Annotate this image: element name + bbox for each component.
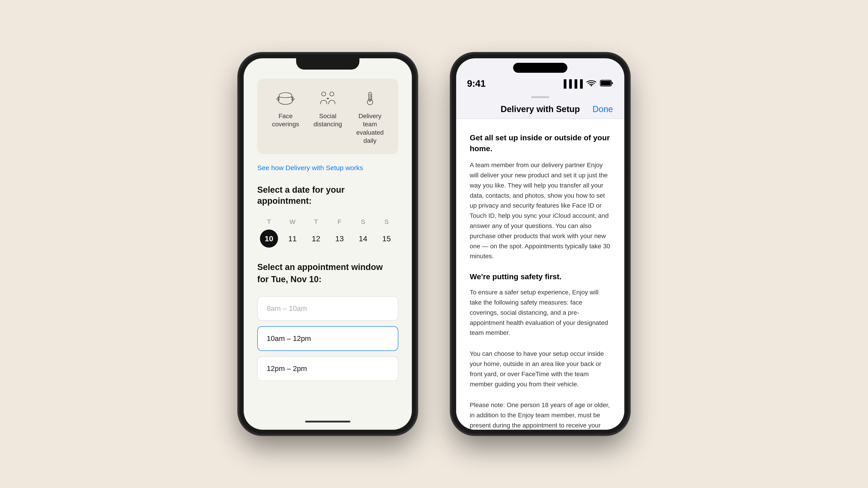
svg-rect-10	[601, 81, 611, 86]
cal-day-4[interactable]: S 14	[354, 218, 372, 248]
battery-icon	[600, 79, 614, 88]
phone-2-screen: 9:41 ▐▐▐▐	[456, 58, 624, 430]
phone-1-content: Face coverings	[244, 70, 412, 415]
cal-day-1[interactable]: W 11	[283, 218, 302, 248]
social-distancing-icon	[318, 90, 338, 107]
safety-card: Face coverings	[257, 78, 398, 154]
modal-section1-title: Get all set up inside or outside of your…	[470, 132, 611, 154]
calendar-row: T 10 W 11 T 12 F 13	[257, 218, 398, 248]
modal-sheet: Delivery with Setup Done Get all set up …	[456, 92, 624, 430]
modal-section2-body: To ensure a safer setup experience, Enjo…	[470, 287, 611, 338]
delivery-team-icon	[360, 90, 380, 107]
cal-day-num-5: 15	[377, 230, 396, 248]
safety-item-delivery-team: Delivery team evaluated daily	[352, 90, 388, 145]
cal-day-num-1: 11	[283, 230, 302, 248]
cal-day-label-3: F	[338, 218, 341, 225]
safety-item-social-distancing: Social distancing	[310, 90, 346, 129]
phone-1-screen: Face coverings	[244, 58, 412, 430]
cal-day-2[interactable]: T 12	[307, 218, 325, 248]
phone-notch	[296, 58, 360, 70]
svg-point-8	[591, 85, 592, 86]
cal-day-3[interactable]: F 13	[331, 218, 348, 248]
status-bar: 9:41 ▐▐▐▐	[456, 73, 624, 92]
social-distancing-label: Social distancing	[310, 112, 346, 129]
status-icons: ▐▐▐▐	[561, 79, 614, 88]
modal-title: Delivery with Setup	[501, 104, 580, 114]
modal-handle	[531, 96, 549, 98]
cal-day-label-4: S	[361, 218, 365, 225]
see-how-link[interactable]: See how Delivery with Setup works	[257, 164, 398, 172]
select-date-heading: Select a date for your appointment:	[257, 184, 398, 207]
cal-day-label-0: T	[267, 218, 271, 225]
wifi-icon	[586, 79, 596, 88]
cal-day-label-2: T	[314, 218, 318, 225]
svg-point-1	[330, 92, 334, 96]
modal-section4-body: Please note: One person 18 years of age …	[470, 400, 611, 430]
modal-done-button[interactable]: Done	[592, 104, 613, 114]
cal-day-num-4: 14	[354, 230, 372, 248]
cal-day-num-3: 13	[331, 230, 348, 248]
home-indicator	[305, 421, 350, 422]
appt-window-heading: Select an appointment windowfor Tue, Nov…	[257, 261, 398, 285]
modal-header: Delivery with Setup Done	[456, 98, 624, 119]
cal-day-label-1: W	[289, 218, 296, 225]
cal-day-num-0: 10	[260, 230, 278, 248]
status-time: 9:41	[467, 78, 486, 89]
phone-2: 9:41 ▐▐▐▐	[452, 54, 628, 434]
time-slot-1[interactable]: 10am – 12pm	[257, 326, 398, 351]
cal-day-label-5: S	[384, 218, 389, 225]
phone-1: Face coverings	[240, 54, 416, 434]
delivery-team-label: Delivery team evaluated daily	[352, 112, 388, 145]
dynamic-island	[513, 63, 567, 73]
modal-section3-body: You can choose to have your setup occur …	[470, 349, 611, 389]
cal-day-num-2: 12	[307, 230, 325, 248]
modal-body: Get all set up inside or outside of your…	[456, 119, 624, 430]
time-slot-0[interactable]: 8am – 10am	[257, 296, 398, 321]
face-coverings-icon	[275, 90, 296, 107]
signal-icon: ▐▐▐▐	[561, 79, 583, 88]
modal-section1-body: A team member from our delivery partner …	[470, 160, 611, 261]
cal-day-5[interactable]: S 15	[377, 218, 396, 248]
modal-section2-title: We're putting safety first.	[470, 272, 611, 281]
face-coverings-label: Face coverings	[268, 112, 304, 129]
scene: Face coverings	[0, 0, 868, 488]
cal-day-0[interactable]: T 10	[260, 218, 278, 248]
svg-point-0	[322, 92, 326, 96]
safety-item-face-coverings: Face coverings	[268, 90, 304, 129]
time-slot-2[interactable]: 12pm – 2pm	[257, 356, 398, 381]
